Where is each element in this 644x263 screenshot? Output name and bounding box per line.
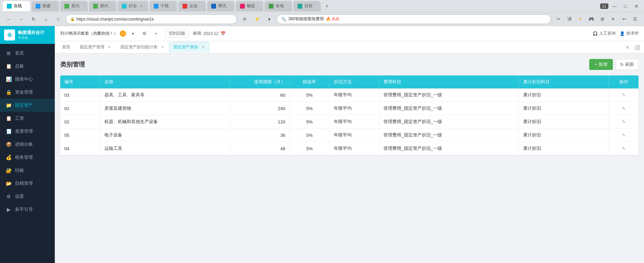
user-dropdown-button[interactable]: ▾ — [128, 29, 138, 38]
scissors-icon[interactable]: ✂ — [554, 14, 563, 24]
reload-button[interactable]: ↻ — [29, 14, 38, 24]
browser-tab-2[interactable]: 新建 — [31, 1, 59, 11]
user-account-button[interactable]: 👤 徐泽华 — [620, 31, 639, 36]
extension-button[interactable]: ⚡ — [252, 14, 262, 24]
coin-icon[interactable]: ¥ — [576, 14, 585, 24]
sidebar-item-tax[interactable]: 💰 税务管理 — [0, 151, 55, 164]
browser-tab-4[interactable]: 易代 — [89, 1, 116, 11]
account-name: 刘小艳演示账套（勿删勿动！） — [60, 31, 118, 36]
cell-accum: 累计折旧 — [519, 88, 609, 102]
cell-action[interactable]: ✎ — [609, 102, 639, 115]
cell-action[interactable]: ✎ — [609, 142, 639, 155]
cell-action[interactable]: ✎ — [609, 88, 639, 102]
edit-icon[interactable]: ✎ — [622, 92, 626, 98]
browser-tab-6[interactable]: 个税 — [150, 1, 177, 11]
table-row: 02 机器、机械和其他生产设备 120 5% 年限平均 管理费用_固定资产折旧_… — [60, 115, 639, 129]
cell-name: 机器、机械和其他生产设备 — [100, 115, 230, 129]
close-tab-button[interactable]: ✕ — [623, 43, 632, 51]
sidebar-item-stock[interactable]: 📦 进销台账 — [0, 138, 55, 151]
refresh-button[interactable]: ↻ 刷新 — [616, 59, 639, 70]
browser-tab-3[interactable]: 易代 — [60, 1, 88, 11]
tab-fixed-cat[interactable]: 固定资产类别 ✕ — [169, 42, 209, 52]
tab-close-fixed-depr[interactable]: ✕ — [161, 45, 164, 49]
expand-tab-button[interactable]: ⬜ — [633, 43, 641, 51]
logo-title: 畅捷通好合计 — [18, 30, 45, 36]
fixed-assets-icon: 📁 — [5, 102, 12, 108]
undo-icon[interactable]: ↩ — [619, 14, 629, 24]
consult-label: 人工咨询 — [599, 31, 616, 36]
page-header: 类别管理 + 新增 ↻ 刷新 — [60, 59, 639, 70]
sidebar-item-archive[interactable]: 📂 归档管理 — [0, 177, 55, 190]
sidebar-item-invoice[interactable]: 🧾 发票管理 — [0, 125, 55, 138]
browser-tab-9[interactable]: 畅提 — [236, 1, 263, 11]
tab-favicon — [211, 4, 216, 9]
bookmark-button[interactable]: ☆ — [53, 14, 63, 24]
tab-close-btn[interactable]: ✕ — [139, 3, 144, 9]
sidebar-item-payroll[interactable]: 📋 工资 — [0, 112, 55, 125]
browser-tab-11[interactable]: 目前 — [293, 1, 321, 11]
grid-icon[interactable]: ⊞ — [597, 14, 607, 24]
minimize-button[interactable]: — — [610, 1, 619, 11]
sidebar-item-reports[interactable]: 📊 报表中心 — [0, 73, 55, 86]
more-tools-button[interactable]: ⊞ — [240, 14, 249, 24]
switch-version-button[interactable]: 切到旧版 — [165, 29, 189, 38]
dropdown-button[interactable]: ▾ — [264, 14, 274, 24]
menu-icon[interactable]: ☰ — [630, 14, 640, 24]
sidebar-item-guide[interactable]: ▶ 新手引导 — [0, 203, 55, 216]
search-bar[interactable]: 🔍 360智能抠图免费用 🔥 热搜 — [277, 14, 551, 24]
maximize-button[interactable]: □ — [621, 1, 630, 11]
new-category-button[interactable]: + 新增 — [589, 59, 613, 70]
cell-action[interactable]: ✎ — [609, 115, 639, 129]
tab-favicon — [269, 4, 274, 9]
username-label: 徐泽华 — [626, 31, 639, 36]
archive-icon: 📂 — [5, 180, 12, 187]
tab-close-fixed-mgmt[interactable]: ✕ — [108, 45, 111, 49]
cell-period: 120 — [230, 115, 290, 129]
sidebar-item-checkout[interactable]: 🔐 结账 — [0, 164, 55, 177]
tab-home[interactable]: 首页 — [58, 42, 75, 52]
settings-gear-icon[interactable]: ⚙ — [140, 29, 149, 38]
sidebar-item-ledger[interactable]: 📋 总账 — [0, 60, 55, 73]
browser-tab-10[interactable]: 各地 — [265, 1, 292, 11]
browser-tab-5[interactable]: 好会 ✕ — [118, 1, 148, 11]
edit-icon[interactable]: ✎ — [622, 106, 626, 111]
tab-favicon — [298, 4, 302, 9]
cell-accum: 累计折旧 — [519, 142, 609, 155]
cell-period: 240 — [230, 102, 290, 115]
cell-residual: 5% — [290, 115, 329, 129]
home-button[interactable]: ⌂ — [41, 14, 51, 24]
edit-icon[interactable]: ✎ — [622, 119, 626, 124]
browser-tab-7[interactable]: 企业 — [178, 1, 206, 11]
new-tab-button[interactable]: + — [322, 1, 332, 11]
browser-tab-8[interactable]: 腾讯 — [207, 1, 235, 11]
consult-button[interactable]: 🎧 人工咨询 — [593, 31, 616, 36]
edit-icon[interactable]: ✎ — [622, 132, 626, 138]
calendar-icon[interactable]: 📅 — [220, 31, 226, 36]
tab-fixed-depr[interactable]: 固定资产折旧统计表 ✕ — [116, 42, 168, 52]
sidebar-item-funds[interactable]: 🔒 资金管理 — [0, 86, 55, 99]
plus-icon[interactable]: + — [151, 29, 161, 38]
back-button[interactable]: ← — [4, 14, 14, 24]
close-window-button[interactable]: ✕ — [632, 1, 641, 11]
edit-icon[interactable]: ✎ — [622, 146, 626, 151]
translate-icon[interactable]: 译 — [565, 14, 574, 24]
cell-residual: 5% — [290, 142, 329, 155]
sidebar-item-home[interactable]: ⊞ 首页 — [0, 47, 55, 60]
sun-icon[interactable]: ☀ — [608, 14, 618, 24]
tab-label: 易代 — [71, 3, 79, 9]
sidebar-item-settings[interactable]: ⚙ 设置 — [0, 190, 55, 203]
forward-button[interactable]: → — [16, 14, 26, 24]
payroll-icon: 📋 — [5, 115, 12, 121]
cell-action[interactable]: ✎ — [609, 129, 639, 142]
tab-fixed-mgmt[interactable]: 固定资产管理 ✕ — [75, 42, 115, 52]
cell-name: 器具、工具、家具等 — [100, 88, 230, 102]
browser-tab-active[interactable]: 在线 — [3, 1, 30, 11]
game-icon[interactable]: 🎮 — [586, 14, 596, 24]
url-bar[interactable]: 🔒 https://cloud.chanjet.com/accounting/u… — [66, 14, 237, 24]
logo-text-block: 畅捷通好合计 专业版 — [18, 30, 45, 40]
tab-close-fixed-cat[interactable]: ✕ — [202, 45, 205, 49]
cell-id: 04 — [60, 142, 100, 155]
tab-count-badge: 11 — [600, 3, 608, 9]
sidebar-item-fixed-assets[interactable]: 📁 固定资产 — [0, 99, 55, 112]
sidebar-navigation: ⊞ 首页 📋 总账 📊 报表中心 🔒 资金管理 📁 固定资产 📋 工资 — [0, 44, 55, 263]
